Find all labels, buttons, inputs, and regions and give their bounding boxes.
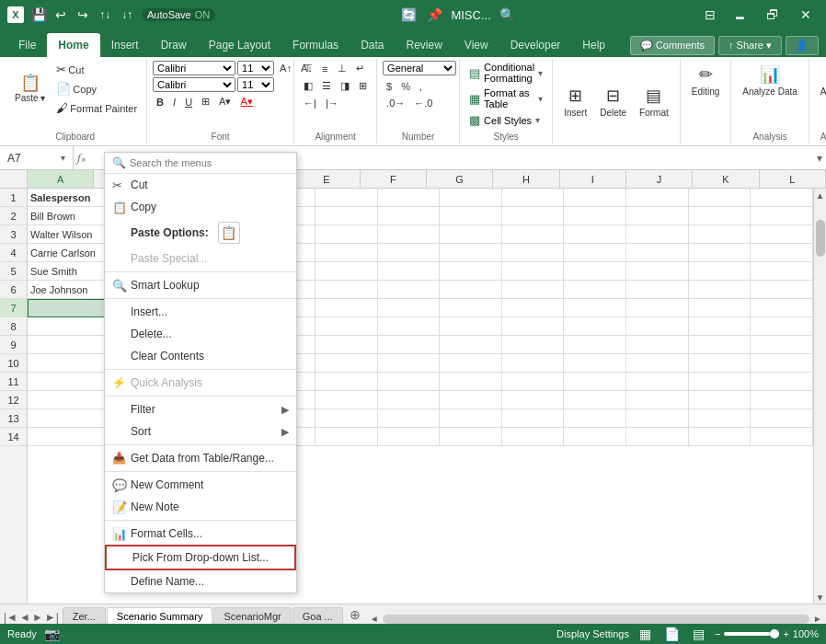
cell-e3[interactable] [315,225,378,244]
normal-view-button[interactable]: ▦ [637,626,654,642]
cell-i12[interactable] [564,391,626,409]
cell-f10[interactable] [378,354,441,373]
cell-e6[interactable] [315,281,378,299]
sheet-tab-goa[interactable]: Goa ... [293,607,343,624]
font-size2-select[interactable]: 11 [237,77,274,92]
ctx-define-name[interactable]: Define Name... [105,570,296,592]
sort-desc-button[interactable]: ↓↑ [118,6,136,24]
scroll-up-button[interactable]: ▲ [816,189,825,201]
col-header-j[interactable]: J [626,170,693,188]
cell-e9[interactable] [315,336,378,354]
align-top-button[interactable]: ⊤ [300,61,316,76]
cell-e5[interactable] [315,262,378,281]
row-header-10[interactable]: 10 [0,354,27,373]
ctx-format-cells[interactable]: 📊 Format Cells... [105,523,296,545]
col-header-a[interactable]: A [28,170,94,188]
cell-k14[interactable] [689,428,751,446]
formula-expander[interactable]: ▾ [813,152,826,165]
font-size-select[interactable]: 11 [237,61,274,75]
cell-l14[interactable] [751,428,813,446]
ctx-get-data[interactable]: 📥 Get Data from Table/Range... [105,447,296,469]
tab-data[interactable]: Data [350,33,395,57]
cell-j5[interactable] [626,262,689,281]
cell-l9[interactable] [751,336,813,354]
cell-g9[interactable] [440,336,502,354]
paste-icon-btn[interactable]: 📋 [218,222,240,244]
zoom-slider[interactable]: − + 100% [715,628,819,639]
tab-page-layout[interactable]: Page Layout [198,33,281,57]
cell-f11[interactable] [378,373,441,391]
cell-g13[interactable] [440,409,502,428]
tab-help[interactable]: Help [571,33,616,57]
cell-l8[interactable] [751,317,813,336]
cell-f7[interactable] [378,299,441,317]
col-header-k[interactable]: K [693,170,759,188]
add-sheet-button[interactable]: ⊕ [344,605,366,624]
ribbon-display-icon[interactable]: ⊟ [701,6,719,24]
cell-h5[interactable] [502,262,565,281]
cell-f3[interactable] [378,225,441,244]
cell-k12[interactable] [689,391,751,409]
cell-e8[interactable] [315,317,378,336]
row-header-3[interactable]: 3 [0,225,27,244]
col-header-f[interactable]: F [361,170,427,188]
cell-l2[interactable] [751,207,813,225]
cell-k8[interactable] [689,317,751,336]
ctx-filter[interactable]: Filter ▶ [105,398,296,420]
row-header-8[interactable]: 8 [0,317,27,336]
function-button[interactable]: 𝑓ₓ [77,151,86,166]
cell-f1[interactable] [378,189,441,207]
cell-j6[interactable] [626,281,689,299]
refresh-button[interactable]: 🔄 [399,6,418,24]
cell-h11[interactable] [502,373,565,391]
cell-g3[interactable] [440,225,502,244]
ctx-smart-lookup[interactable]: 🔍 Smart Lookup [105,274,296,296]
cell-h6[interactable] [502,281,565,299]
row-header-13[interactable]: 13 [0,409,27,428]
cell-e7[interactable] [315,299,378,317]
cell-l7[interactable] [751,299,813,317]
cell-j14[interactable] [626,428,689,446]
cell-l1[interactable] [751,189,813,207]
cell-e12[interactable] [315,391,378,409]
wrap-text-button[interactable]: ↵ [352,61,368,76]
col-header-g[interactable]: G [427,170,493,188]
page-break-view-button[interactable]: ▤ [690,626,707,642]
sheet-nav-next[interactable]: ► [32,611,43,624]
cell-j8[interactable] [626,317,689,336]
ctx-cut[interactable]: ✂ Cut [105,174,296,196]
cell-h14[interactable] [502,428,565,446]
underline-button[interactable]: U [181,95,196,109]
cell-k3[interactable] [689,225,751,244]
font-name-select[interactable]: Calibri [153,61,235,75]
format-painter-button[interactable]: 🖌 Format Painter [52,99,141,117]
cell-g2[interactable] [440,207,502,225]
cell-h1[interactable] [502,189,565,207]
cut-button[interactable]: ✂ Cut [52,61,141,78]
cell-j4[interactable] [626,244,689,262]
cell-l13[interactable] [751,409,813,428]
row-header-12[interactable]: 12 [0,391,27,409]
tab-insert[interactable]: Insert [100,33,150,57]
user-profile-button[interactable]: 👤 [786,36,819,55]
cell-e11[interactable] [315,373,378,391]
zoom-track[interactable] [724,632,779,636]
tab-file[interactable]: File [7,33,47,57]
cell-i9[interactable] [564,336,626,354]
sheet-nav-last[interactable]: ►| [45,611,59,624]
cell-h3[interactable] [502,225,565,244]
cell-f12[interactable] [378,391,441,409]
search-button[interactable]: 🔍 [499,6,517,24]
align-right-button[interactable]: ◨ [337,78,353,94]
row-header-7[interactable]: 7 [0,299,27,317]
col-header-h[interactable]: H [493,170,559,188]
cell-e4[interactable] [315,244,378,262]
cell-l11[interactable] [751,373,813,391]
ctx-clear-contents[interactable]: Clear Contents [105,345,296,367]
sheet-nav-prev[interactable]: ◄ [19,611,30,624]
cell-f14[interactable] [378,428,441,446]
tab-draw[interactable]: Draw [150,33,198,57]
cell-l6[interactable] [751,281,813,299]
ctx-sort[interactable]: Sort ▶ [105,420,296,443]
align-left-button[interactable]: ◧ [300,78,316,94]
